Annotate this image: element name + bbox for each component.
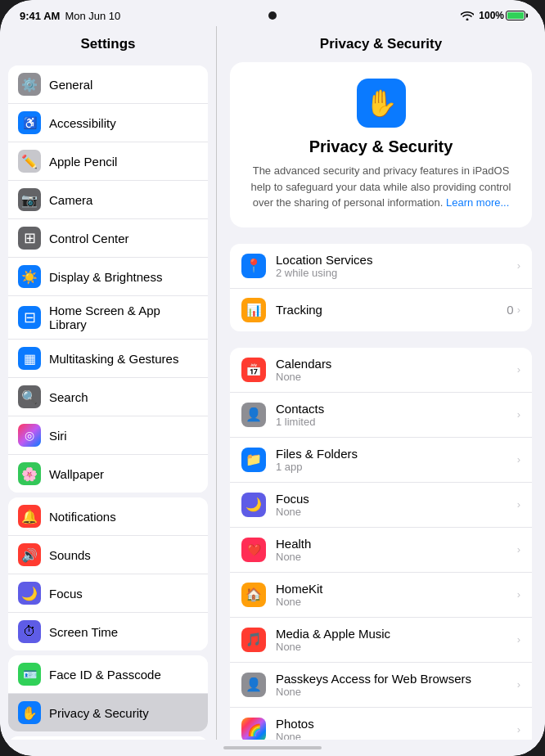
settings-row-health[interactable]: ❤️ Health None ›	[230, 528, 532, 573]
calendars-label: Calendars	[276, 357, 507, 371]
files-label: Files & Folders	[276, 447, 507, 461]
focus-value: None	[276, 506, 507, 518]
settings-row-right: ›	[517, 588, 520, 601]
calendars-value: None	[276, 371, 507, 383]
sidebar-item-label: Focus	[49, 587, 83, 601]
sidebar-item-label: Control Center	[49, 232, 129, 245]
sidebar-item-home-screen[interactable]: ⊟ Home Screen & App Library	[8, 296, 208, 340]
sidebar-item-sounds[interactable]: 🔊 Sounds	[8, 536, 208, 574]
media-music-value: None	[276, 641, 507, 653]
sidebar-item-camera[interactable]: 📷 Camera	[8, 181, 208, 219]
media-music-label: Media & Apple Music	[276, 627, 507, 641]
settings-row-photos[interactable]: 🌈 Photos None ›	[230, 708, 532, 740]
tracking-num: 0	[507, 303, 513, 317]
location-services-label: Location Services	[276, 253, 507, 267]
chevron-icon: ›	[517, 304, 520, 316]
location-services-value: 2 while using	[276, 267, 507, 279]
sidebar-item-focus[interactable]: 🌙 Focus	[8, 574, 208, 613]
homekit-value: None	[276, 596, 507, 608]
sidebar-title: Settings	[0, 26, 216, 61]
photos-value: None	[276, 731, 507, 740]
right-panel: Privacy & Security ✋ Privacy & Security …	[217, 26, 545, 740]
sidebar-item-label: Multitasking & Gestures	[49, 352, 178, 366]
homekit-label: HomeKit	[276, 582, 507, 596]
sidebar-item-notifications[interactable]: 🔔 Notifications	[8, 497, 208, 536]
sidebar-item-label: Apple Pencil	[49, 155, 117, 169]
sidebar-item-label: Face ID & Passcode	[49, 668, 161, 682]
settings-row-files[interactable]: 📁 Files & Folders 1 app ›	[230, 438, 532, 483]
sidebar-item-label: Search	[49, 390, 88, 404]
sidebar-item-privacy[interactable]: ✋ Privacy & Security	[8, 694, 208, 731]
device-frame: 9:41 AM Mon Jun 10 100% Settings	[0, 0, 545, 756]
settings-row-right: ›	[517, 363, 520, 376]
settings-row-text: Passkeys Access for Web Browsers None	[276, 672, 507, 698]
sidebar-item-display[interactable]: ☀️ Display & Brightness	[8, 258, 208, 296]
sidebar-item-accessibility[interactable]: ♿ Accessibility	[8, 104, 208, 142]
chevron-icon: ›	[517, 633, 520, 646]
settings-row-right: ›	[517, 543, 520, 556]
sidebar-item-wallpaper[interactable]: 🌸 Wallpaper	[8, 455, 208, 493]
sidebar-item-label: Camera	[49, 193, 92, 207]
battery-fill	[507, 12, 524, 19]
settings-row-right: ›	[517, 408, 520, 421]
settings-row-right: ›	[517, 498, 520, 511]
sidebar-item-apple-pencil[interactable]: ✏️ Apple Pencil	[8, 142, 208, 181]
sidebar-item-label: Notifications	[49, 510, 116, 524]
settings-row-contacts[interactable]: 👤 Contacts 1 limited ›	[230, 393, 532, 438]
sidebar-item-multitasking[interactable]: ▦ Multitasking & Gestures	[8, 340, 208, 378]
health-label: Health	[276, 537, 507, 551]
tracking-icon: 📊	[241, 298, 266, 322]
settings-row-media-music[interactable]: 🎵 Media & Apple Music None ›	[230, 618, 532, 663]
sidebar-item-siri[interactable]: ◎ Siri	[8, 416, 208, 455]
settings-row-right: ›	[517, 259, 520, 272]
battery-bar	[506, 11, 525, 20]
wallpaper-icon: 🌸	[18, 462, 41, 485]
sidebar-item-general[interactable]: ⚙️ General	[8, 65, 208, 104]
sidebar-item-label: Sounds	[49, 548, 91, 562]
settings-row-focus[interactable]: 🌙 Focus None ›	[230, 483, 532, 528]
focus-icon: 🌙	[18, 582, 41, 605]
privacy-icon: ✋	[18, 701, 41, 724]
settings-row-text: Calendars None	[276, 357, 507, 383]
home-bar	[223, 746, 322, 749]
settings-row-text: Tracking	[276, 303, 497, 317]
settings-row-passkeys[interactable]: 👤 Passkeys Access for Web Browsers None …	[230, 663, 532, 708]
chevron-icon: ›	[517, 259, 520, 272]
settings-row-right: 0 ›	[507, 303, 520, 317]
battery-percent: 100%	[479, 10, 504, 21]
settings-section-apps: 📅 Calendars None › 👤 Contacts 1 limited	[230, 348, 532, 740]
settings-row-text: Location Services 2 while using	[276, 253, 507, 279]
calendars-icon: 📅	[241, 358, 266, 382]
accessibility-icon: ♿	[18, 111, 41, 134]
learn-more-link[interactable]: Learn more...	[446, 196, 509, 209]
chevron-icon: ›	[517, 408, 520, 421]
control-center-icon: ⊞	[18, 227, 41, 250]
privacy-header-icon: ✋	[357, 79, 406, 128]
chevron-icon: ›	[517, 498, 520, 511]
settings-row-right: ›	[517, 723, 520, 736]
sidebar-item-search[interactable]: 🔍 Search	[8, 378, 208, 416]
sidebar-item-label: Siri	[49, 429, 67, 443]
location-services-icon: 📍	[241, 254, 266, 278]
settings-row-calendars[interactable]: 📅 Calendars None ›	[230, 348, 532, 393]
settings-row-location-services[interactable]: 📍 Location Services 2 while using ›	[230, 244, 532, 289]
settings-row-tracking[interactable]: 📊 Tracking 0 ›	[230, 289, 532, 331]
sidebar-item-label: Wallpaper	[49, 467, 104, 481]
settings-row-homekit[interactable]: 🏠 HomeKit None ›	[230, 573, 532, 618]
passkeys-value: None	[276, 686, 507, 698]
contacts-icon: 👤	[241, 403, 266, 427]
header-card-title: Privacy & Security	[243, 137, 519, 156]
search-icon: 🔍	[18, 385, 41, 408]
status-date: Mon Jun 10	[65, 10, 120, 22]
status-time: 9:41 AM	[20, 10, 60, 22]
sidebar-section-2: 🔔 Notifications 🔊 Sounds 🌙 Focus ⏱ Scree…	[8, 497, 208, 650]
sidebar-item-control-center[interactable]: ⊞ Control Center	[8, 219, 208, 258]
sidebar-item-screen-time[interactable]: ⏱ Screen Time	[8, 613, 208, 650]
wifi-icon	[461, 11, 474, 20]
settings-row-right: ›	[517, 678, 520, 691]
home-indicator	[0, 740, 545, 756]
screen-time-icon: ⏱	[18, 620, 41, 643]
sidebar-item-face-id[interactable]: 🪪 Face ID & Passcode	[8, 655, 208, 694]
status-right: 100%	[461, 10, 525, 21]
focus-privacy-icon: 🌙	[241, 493, 266, 517]
